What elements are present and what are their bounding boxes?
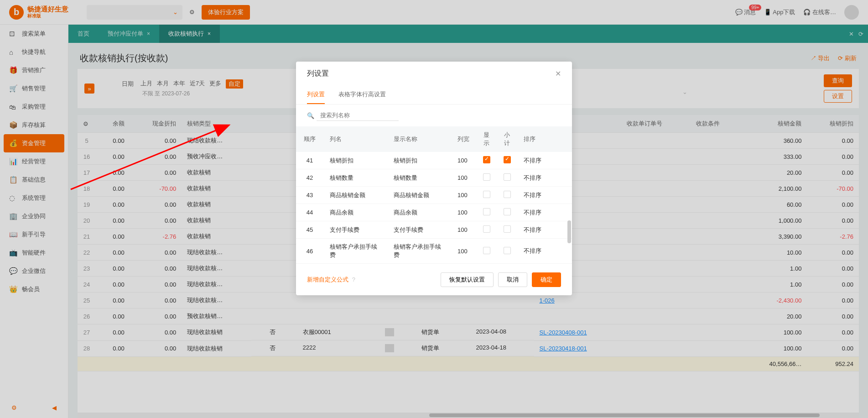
modal-col-width: 列宽 — [451, 126, 476, 152]
cancel-button[interactable]: 取消 — [498, 272, 527, 287]
column-setting-row: 42 核销数量 核销数量 100 不排序 — [296, 169, 572, 187]
modal-col-subtotal: 小计 — [497, 126, 517, 152]
show-checkbox[interactable] — [483, 156, 490, 163]
modal-col-name: 列名 — [323, 126, 387, 152]
column-search-input[interactable] — [317, 110, 399, 121]
subtotal-checkbox[interactable] — [504, 225, 511, 233]
add-formula-link[interactable]: 新增自定义公式 ? — [307, 276, 355, 284]
column-setting-row: 41 核销折扣 核销折扣 100 不排序 — [296, 152, 572, 169]
modal-tab-columns[interactable]: 列设置 — [307, 86, 325, 104]
show-checkbox[interactable] — [483, 208, 490, 215]
search-icon: 🔍 — [307, 112, 314, 119]
help-icon[interactable]: ? — [352, 276, 355, 283]
modal-col-display: 显示名称 — [387, 126, 451, 152]
sort-select[interactable]: 不排序 — [517, 264, 572, 266]
modal-tab-font[interactable]: 表格字体行高设置 — [338, 86, 386, 104]
modal-overlay: 列设置 ✕ 列设置 表格字体行高设置 🔍 顺序 列名 显示名称 列宽 显示 小计… — [0, 0, 868, 418]
modal-col-seq: 顺序 — [296, 126, 323, 152]
close-icon[interactable]: ✕ — [555, 69, 561, 78]
confirm-button[interactable]: 确定 — [532, 272, 561, 287]
column-setting-row: 44 商品余额 商品余额 100 不排序 — [296, 204, 572, 221]
subtotal-checkbox[interactable] — [504, 173, 511, 181]
sort-select[interactable]: 不排序 — [517, 221, 572, 239]
show-checkbox[interactable] — [483, 225, 490, 233]
column-setting-row: 43 商品核销金额 商品核销金额 100 不排序 — [296, 187, 572, 204]
restore-default-button[interactable]: 恢复默认设置 — [441, 272, 494, 287]
modal-col-show: 显示 — [476, 126, 497, 152]
sort-select[interactable]: 不排序 — [517, 187, 572, 204]
sort-select[interactable]: 不排序 — [517, 239, 572, 264]
show-checkbox[interactable] — [483, 173, 490, 181]
sort-select[interactable]: 不排序 — [517, 152, 572, 169]
column-setting-row: 46 核销客户承担手续费 核销客户承担手续费 100 不排序 — [296, 239, 572, 264]
modal-scrollbar[interactable] — [567, 220, 571, 243]
subtotal-checkbox[interactable] — [504, 208, 511, 215]
subtotal-checkbox[interactable] — [504, 156, 511, 163]
show-checkbox[interactable] — [483, 191, 490, 198]
column-setting-row: 45 支付手续费 支付手续费 100 不排序 — [296, 221, 572, 239]
column-settings-modal: 列设置 ✕ 列设置 表格字体行高设置 🔍 顺序 列名 显示名称 列宽 显示 小计… — [296, 62, 572, 295]
subtotal-checkbox[interactable] — [504, 191, 511, 198]
column-setting-row: 47 核销支付手续费 核销支付手续费 100 不排序 — [296, 264, 572, 266]
subtotal-checkbox[interactable] — [504, 247, 511, 254]
sort-select[interactable]: 不排序 — [517, 169, 572, 187]
modal-col-sort: 排序 — [517, 126, 572, 152]
modal-title: 列设置 — [307, 69, 329, 78]
sort-select[interactable]: 不排序 — [517, 204, 572, 221]
show-checkbox[interactable] — [483, 247, 490, 254]
